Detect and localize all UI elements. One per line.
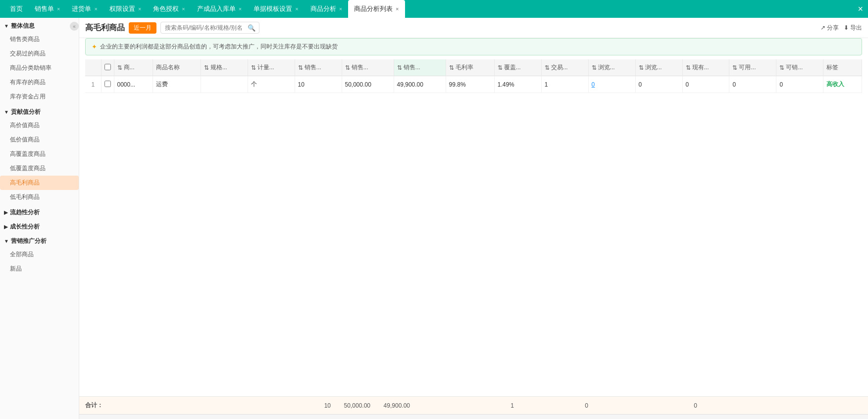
sidebar-item-low-value[interactable]: 低价值商品 <box>0 133 79 147</box>
tab-sales[interactable]: 销售单 × <box>29 0 66 18</box>
tab-product-in-close[interactable]: × <box>239 6 242 12</box>
sidebar-section-marketing[interactable]: ▼ 营销推广分析 <box>0 233 79 247</box>
footer-values: 10 50,000.00 49,900.00 1 0 0 <box>113 402 862 409</box>
tab-goods-analysis-list[interactable]: 商品分析列表 × <box>348 0 405 18</box>
col-gross: ⇅ 毛利率 <box>446 59 494 76</box>
search-wrap: 🔍 <box>160 22 259 34</box>
tab-purchase-close[interactable]: × <box>94 6 97 12</box>
sidebar-collapse-btn[interactable]: « <box>70 22 79 31</box>
col-trade: ⇅ 交易... <box>541 59 588 76</box>
footer-sales3: 49,900.00 <box>373 402 413 409</box>
footer-trade: 1 <box>477 402 517 409</box>
search-input[interactable] <box>160 22 259 34</box>
sidebar-section-contribution[interactable]: ▼ 贡献值分析 <box>0 104 79 118</box>
col-sort-icon-10: ⇅ <box>592 64 597 71</box>
select-all-checkbox[interactable] <box>104 64 111 70</box>
col-sort-icon-14: ⇅ <box>779 64 784 71</box>
table-header-row: ⇅ 商... 商品名称 ⇅ 规格... <box>85 59 862 76</box>
tab-permission[interactable]: 权限设置 × <box>103 0 147 18</box>
tab-purchase[interactable]: 进货单 × <box>66 0 103 18</box>
col-current: ⇅ 现有... <box>682 59 729 76</box>
tab-goods-list-close[interactable]: × <box>396 6 399 12</box>
tab-permission-close[interactable]: × <box>138 6 141 12</box>
col-sort-icon-11: ⇅ <box>639 64 644 71</box>
table-wrap[interactable]: ⇅ 商... 商品名称 ⇅ 规格... <box>79 59 868 396</box>
info-banner: ✦ 企业的主要的利润都是这部分商品创造的，可考虑加大推广，同时关注库存是不要出现… <box>85 38 862 55</box>
sidebar-section-flow[interactable]: ▶ 流趋性分析 <box>0 204 79 219</box>
footer-sellable: 0 <box>661 402 700 409</box>
row-num: 1 <box>85 76 101 93</box>
share-icon: ↗ <box>820 24 825 31</box>
sidebar-item-traded-goods[interactable]: 交易过的商品 <box>0 47 79 61</box>
search-icon[interactable]: 🔍 <box>248 24 255 32</box>
tab-goods-analysis[interactable]: 商品分析 × <box>305 0 348 18</box>
row-browse1[interactable]: 0 <box>588 76 635 93</box>
col-code: ⇅ 商... <box>114 59 153 76</box>
table-footer: 合计： 10 50,000.00 49,900.00 1 0 0 <box>79 396 868 414</box>
row-trade: 1 <box>541 76 588 93</box>
sidebar-item-new-goods[interactable]: 新品 <box>0 262 79 276</box>
sidebar-item-high-value[interactable]: 高价值商品 <box>0 118 79 133</box>
footer-browse2: 0 <box>552 402 591 409</box>
row-sales1: 10 <box>295 76 342 93</box>
row-available: 0 <box>729 76 776 93</box>
export-btn[interactable]: ⬇ 导出 <box>844 24 862 32</box>
row-checkbox-cell <box>101 76 114 93</box>
row-unit: 个 <box>248 76 295 93</box>
share-btn[interactable]: ↗ 分享 <box>820 24 839 32</box>
sidebar-item-stock-capital[interactable]: 库存资金占用 <box>0 90 79 104</box>
row-code: 0000... <box>114 76 153 93</box>
tab-goods-analysis-close[interactable]: × <box>339 6 342 12</box>
filter-recent-month-btn[interactable]: 近一月 <box>129 22 156 34</box>
sidebar-item-low-coverage[interactable]: 低覆盖度商品 <box>0 161 79 176</box>
bottom-scrollbar[interactable] <box>79 414 868 419</box>
col-tag: 标签 <box>823 59 862 76</box>
col-browse1: ⇅ 浏览... <box>588 59 635 76</box>
sidebar-item-in-stock[interactable]: 有库存的商品 <box>0 75 79 90</box>
row-sellable: 0 <box>776 76 823 93</box>
arrow-right-icon: ▶ <box>4 210 8 215</box>
sidebar-item-sales-goods[interactable]: 销售类商品 <box>0 32 79 47</box>
table-row: 1 0000... 运费 个 10 50,000.00 49,900.00 99… <box>85 76 862 93</box>
tab-sales-close[interactable]: × <box>57 6 60 12</box>
row-checkbox[interactable] <box>104 81 111 87</box>
sidebar-item-high-margin[interactable]: 高毛利商品 <box>0 176 79 190</box>
col-sort-icon-3: ⇅ <box>251 64 256 71</box>
info-icon: ✦ <box>92 43 97 50</box>
col-num <box>85 59 101 76</box>
tab-role[interactable]: 角色授权 × <box>147 0 191 18</box>
row-coverage: 1.49% <box>494 76 541 93</box>
tab-template[interactable]: 单据模板设置 × <box>248 0 304 18</box>
tab-template-close[interactable]: × <box>295 6 298 12</box>
sidebar-item-category-rate[interactable]: 商品分类助销率 <box>0 61 79 75</box>
row-browse2: 0 <box>635 76 682 93</box>
col-sales2: ⇅ 销售... <box>342 59 394 76</box>
col-sort-icon-7: ⇅ <box>449 64 454 71</box>
tab-product-in[interactable]: 产成品入库单 × <box>191 0 248 18</box>
col-name: 商品名称 <box>153 59 201 76</box>
close-all-tabs[interactable]: × <box>858 4 863 14</box>
main-layout: « ▼ 整体信息 销售类商品 交易过的商品 商品分类助销率 有库存的商品 库存资… <box>0 18 868 419</box>
arrow-down-icon-2: ▼ <box>4 109 9 115</box>
sidebar-item-high-coverage[interactable]: 高覆盖度商品 <box>0 147 79 161</box>
row-current: 0 <box>682 76 729 93</box>
col-browse2: ⇅ 浏览... <box>635 59 682 76</box>
col-available: ⇅ 可用... <box>729 59 776 76</box>
arrow-down-icon: ▼ <box>4 23 9 29</box>
data-table: ⇅ 商... 商品名称 ⇅ 规格... <box>85 59 862 93</box>
col-sort-icon-13: ⇅ <box>732 64 737 71</box>
tab-home[interactable]: 首页 <box>4 0 29 18</box>
col-sort-icon-12: ⇅ <box>686 64 691 71</box>
sidebar-item-low-margin[interactable]: 低毛利商品 <box>0 190 79 204</box>
content-area: 高毛利商品 近一月 🔍 ↗ 分享 ⬇ 导出 ✦ 企业的主要的利润都是这部分商品创… <box>79 18 868 419</box>
col-sort-icon-5: ⇅ <box>345 64 350 71</box>
col-sales1: ⇅ 销售... <box>295 59 342 76</box>
col-unit: ⇅ 计量... <box>248 59 295 76</box>
sidebar-section-growth[interactable]: ▶ 成长性分析 <box>0 219 79 233</box>
arrow-right-icon-2: ▶ <box>4 224 8 230</box>
sidebar-item-all-goods[interactable]: 全部商品 <box>0 247 79 262</box>
sidebar-section-overall[interactable]: ▼ 整体信息 <box>0 18 79 32</box>
tab-role-close[interactable]: × <box>182 6 185 12</box>
sidebar: « ▼ 整体信息 销售类商品 交易过的商品 商品分类助销率 有库存的商品 库存资… <box>0 18 79 419</box>
row-tag: 高收入 <box>823 76 862 93</box>
